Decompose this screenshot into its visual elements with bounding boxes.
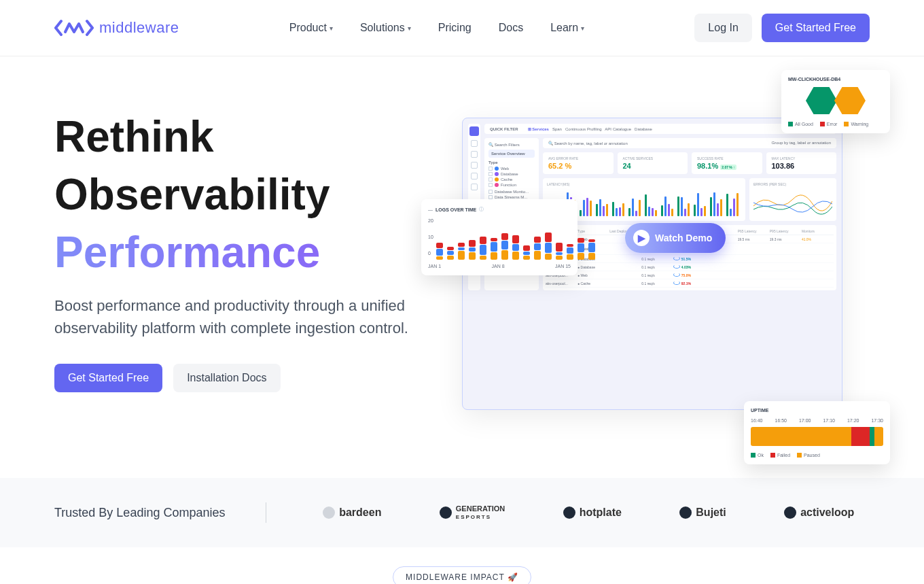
dashboard-search-bar: 🔍 Search by name, tag, label or annotati… xyxy=(543,138,836,148)
nav-solutions[interactable]: Solutions▾ xyxy=(360,22,411,34)
legend-item: Error xyxy=(820,122,838,126)
main-nav: Product▾ Solutions▾ Pricing Docs Learn▾ xyxy=(289,22,584,34)
errors-chart: ERRORS (PER SEC) xyxy=(749,178,836,221)
login-button[interactable]: Log In xyxy=(694,14,751,42)
nav-pricing[interactable]: Pricing xyxy=(438,22,472,34)
filter-type[interactable]: Web xyxy=(488,167,535,171)
header-actions: Log In Get Started Free xyxy=(694,14,870,42)
company-logo: activeloop xyxy=(784,506,854,519)
table-row[interactable]: aks-userpool...● Web0.1 req/s 75.0% xyxy=(546,271,834,279)
get-started-button[interactable]: Get Started Free xyxy=(762,14,870,42)
play-icon: ▶ xyxy=(633,230,650,246)
legend-item: All Good xyxy=(788,122,813,126)
float-clickhouse: MW-CLICKHOUSE-DB4 All GoodErrorWarning xyxy=(781,70,890,133)
brand-name: middleware xyxy=(99,19,179,37)
site-header: middleware Product▾ Solutions▾ Pricing D… xyxy=(0,0,924,56)
filter-type[interactable]: Cache xyxy=(488,177,535,182)
legend-item: Warning xyxy=(844,122,868,126)
hero-subtitle: Boost performance and productivity throu… xyxy=(54,294,421,339)
hero: Rethink Observability Performance Boost … xyxy=(0,56,924,478)
hero-title-1: Rethink xyxy=(54,111,421,163)
nav-product[interactable]: Product▾ xyxy=(289,22,333,34)
uptime-bar xyxy=(751,427,883,446)
filter-type[interactable]: Function xyxy=(488,183,535,187)
dashboard-tab[interactable]: API Catalogue xyxy=(605,127,631,131)
logo-icon xyxy=(54,18,94,37)
nav-learn[interactable]: Learn▾ xyxy=(550,22,584,34)
trusted-by-section: Trusted By Leading Companies bardeenGENE… xyxy=(0,478,924,547)
legend-item: Failed xyxy=(770,453,790,458)
brand-logo[interactable]: middleware xyxy=(54,18,179,37)
chevron-down-icon: ▾ xyxy=(408,24,411,32)
kpi-card: AVG ERROR RATE65.2 % xyxy=(543,152,614,174)
impact-badge: MIDDLEWARE IMPACT 🚀 xyxy=(393,566,531,584)
dashboard-tab[interactable]: Continuous Profiling xyxy=(565,127,602,131)
dashboard-tab[interactable]: Span xyxy=(552,127,562,131)
chevron-down-icon: ▾ xyxy=(330,24,333,32)
table-row[interactable]: aks-userpool...● Database0.1 req/s 4.03% xyxy=(546,263,834,271)
app-icon xyxy=(469,126,479,136)
kpi-card: ACTIVE SERVICES24 xyxy=(618,152,688,174)
hero-title-2: Observability xyxy=(54,169,421,221)
company-logo: bardeen xyxy=(323,506,381,519)
float-logs-over-time: — LOGS OVER TIME ⓘ 20100 JAN 1JAN 8JAN 1… xyxy=(421,199,578,275)
kpi-card: SUCCESS RATE98.1% 2.07 % ↑ xyxy=(692,152,762,174)
hero-cta-secondary[interactable]: Installation Docs xyxy=(173,364,280,392)
table-row[interactable]: aks-userpool...● Cache0.1 req/s 92.1% xyxy=(546,279,834,288)
company-logo: Bujeti xyxy=(679,506,726,519)
legend-item: Paused xyxy=(797,453,820,458)
nav-docs[interactable]: Docs xyxy=(499,22,523,34)
company-logo: hotplate xyxy=(563,506,622,519)
trusted-label: Trusted By Leading Companies xyxy=(54,506,225,520)
filter-item[interactable]: Database Monito... xyxy=(488,190,535,194)
company-logo: GENERATIONESPORTS xyxy=(440,505,505,520)
hero-dashboard-preview: QUICK FILTER ⊞ Services Span Continuous … xyxy=(448,111,870,437)
hero-cta-primary[interactable]: Get Started Free xyxy=(54,364,162,392)
filter-type[interactable]: Database xyxy=(488,172,535,176)
dashboard-tab[interactable]: ⊞ Services xyxy=(528,127,549,131)
dashboard-tab[interactable]: Database xyxy=(635,127,652,131)
watch-demo-button[interactable]: ▶ Watch Demo xyxy=(625,223,726,253)
legend-item: Ok xyxy=(751,453,764,458)
float-uptime: UPTIME 16:4016:5017:0017:1017:2017:30 Ok… xyxy=(744,401,890,464)
kpi-card: MAX LATENCY103.86 xyxy=(766,152,837,174)
hero-title-accent: Performance xyxy=(54,226,421,279)
dashboard-kpis: AVG ERROR RATE65.2 %ACTIVE SERVICES24SUC… xyxy=(543,152,836,174)
chevron-down-icon: ▾ xyxy=(581,24,584,32)
